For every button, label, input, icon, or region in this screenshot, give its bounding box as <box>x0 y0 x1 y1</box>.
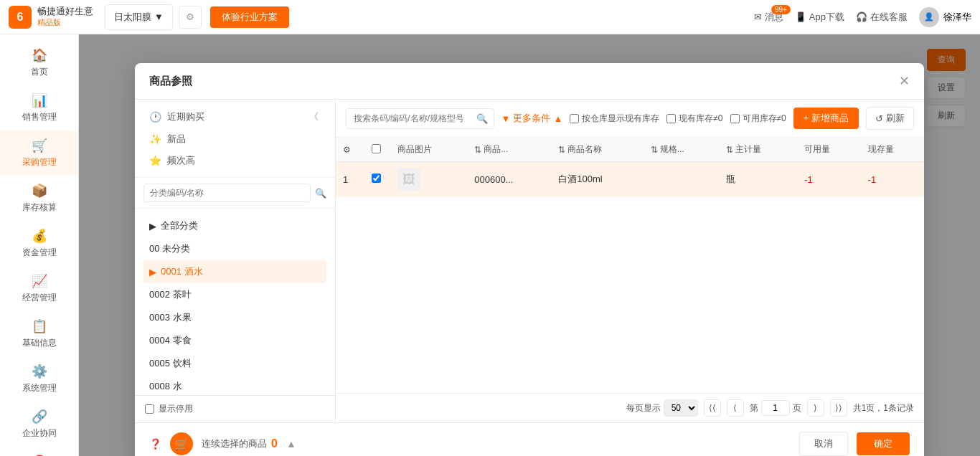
sales-icon: 📊 <box>32 92 47 108</box>
modal-close-button[interactable]: ✕ <box>899 73 910 89</box>
chevron-down-icon: ▼ <box>154 11 164 22</box>
row-spec <box>644 162 720 197</box>
page-total-info: 共1页，1条记录 <box>853 402 914 414</box>
show-disabled-checkbox[interactable] <box>145 404 154 414</box>
logo-text: 畅捷通好生意 <box>37 6 93 17</box>
row-select-checkbox[interactable] <box>372 174 381 183</box>
product-search-icon[interactable]: 🔍 <box>471 109 494 128</box>
refresh-button[interactable]: ↺ 刷新 <box>866 107 914 130</box>
user-info[interactable]: 👤 徐泽华 <box>919 7 971 27</box>
category-all[interactable]: ▶ 全部分类 <box>143 214 326 237</box>
per-page-dropdown[interactable]: 50 <box>664 399 698 417</box>
sidebar-item-home[interactable]: 🏠 首页 <box>0 40 78 85</box>
refresh-icon: ↺ <box>875 113 883 124</box>
category-0001[interactable]: ▶ 0001 酒水 <box>143 260 326 283</box>
online-service-nav[interactable]: 🎧 在线客服 <box>856 11 908 24</box>
modal-header: 商品参照 ✕ <box>135 63 924 100</box>
th-image: 商品图片 <box>390 138 467 162</box>
category-search-icon[interactable]: 🔍 <box>315 188 326 199</box>
content-area: 查询 设置 刷新 商品参照 ✕ <box>79 34 980 456</box>
checkbox-available-nonzero[interactable]: 可用库存≠0 <box>730 113 786 125</box>
message-badge: 99+ <box>771 5 791 14</box>
th-settings[interactable]: ⚙ <box>336 138 364 162</box>
next-page-button[interactable]: ⟩ <box>807 399 824 417</box>
filter-frequent[interactable]: ⭐ 频次高 <box>143 150 326 171</box>
category-0005[interactable]: 0005 饮料 <box>143 352 326 375</box>
checkbox-warehouse[interactable]: 按仓库显示现有库存 <box>570 113 659 125</box>
category-0008[interactable]: 0008 水 <box>143 375 326 395</box>
main-layout: 🏠 首页 📊 销售管理 🛒 采购管理 📦 库存核算 💰 资金管理 📈 经营管理 … <box>0 34 980 456</box>
app-download-nav[interactable]: 📱 App下载 <box>795 11 844 24</box>
sidebar-item-guide[interactable]: 🎯 新手引导 <box>0 447 78 456</box>
modal-title: 商品参照 <box>149 75 192 88</box>
sidebar-item-basics[interactable]: 📋 基础信息 <box>0 311 78 356</box>
category-0003[interactable]: 0003 水果 <box>143 306 326 329</box>
th-code[interactable]: ⇅ 商品... <box>467 138 551 162</box>
th-spec[interactable]: ⇅ 规格... <box>644 138 720 162</box>
messages-nav[interactable]: ✉ 消息 99+ <box>754 11 783 24</box>
settings-icon: ⚙ <box>343 145 351 155</box>
available-nonzero-checkbox[interactable] <box>730 114 740 123</box>
headset-icon: 🎧 <box>856 11 867 22</box>
confirm-button[interactable]: 确定 <box>857 432 910 455</box>
help-icon[interactable]: ❓ <box>149 438 161 450</box>
checkbox-stock-nonzero[interactable]: 现有库存≠0 <box>666 113 722 125</box>
operations-icon: 📈 <box>32 273 47 289</box>
more-filters-button[interactable]: ▼ 更多条件 ▲ <box>501 112 563 125</box>
th-available: 可用量 <box>797 138 860 162</box>
product-search-input[interactable] <box>347 109 471 128</box>
th-name[interactable]: ⇅ 商品名称 <box>551 138 643 162</box>
cancel-button[interactable]: 取消 <box>799 432 848 456</box>
modal-body: 🕐 近期购买 《 ✨ 新品 ⭐ 频次高 <box>135 100 924 422</box>
stock-nonzero-checkbox[interactable] <box>666 114 676 123</box>
filter-new[interactable]: ✨ 新品 <box>143 128 326 150</box>
sidebar-item-collab[interactable]: 🔗 企业协同 <box>0 402 78 447</box>
sidebar: 🏠 首页 📊 销售管理 🛒 采购管理 📦 库存核算 💰 资金管理 📈 经营管理 … <box>0 34 79 456</box>
page-number-input[interactable] <box>761 400 790 416</box>
recent-icon: 🕐 <box>149 111 161 123</box>
message-icon: ✉ <box>754 11 762 22</box>
quick-filters: 🕐 近期购买 《 ✨ 新品 ⭐ 频次高 <box>135 100 335 178</box>
basics-icon: 📋 <box>32 318 47 334</box>
sidebar-item-purchase[interactable]: 🛒 采购管理 <box>0 130 78 176</box>
product-table: ⚙ 商品图片 <box>336 138 924 197</box>
th-stock: 现存量 <box>861 138 924 162</box>
right-panel: 🔍 ▼ 更多条件 ▲ 按仓库显示现有库存 <box>336 100 924 422</box>
sidebar-item-finance[interactable]: 💰 资金管理 <box>0 221 78 266</box>
select-all-checkbox[interactable] <box>372 144 381 153</box>
product-thumbnail: 🖼 <box>397 168 420 191</box>
logo-area: 6 畅捷通好生意 精品版 <box>9 6 93 29</box>
sidebar-item-operations[interactable]: 📈 经营管理 <box>0 266 78 311</box>
row-checkbox[interactable] <box>364 162 390 197</box>
sidebar-item-sales[interactable]: 📊 销售管理 <box>0 85 78 130</box>
cart-icon[interactable]: 🛒 <box>170 432 193 455</box>
category-0002[interactable]: 0002 茶叶 <box>143 283 326 306</box>
frequent-icon: ⭐ <box>149 155 161 166</box>
page-input-wrap: 第 页 <box>750 400 801 416</box>
add-product-button[interactable]: + 新增商品 <box>793 108 859 129</box>
filter-bar: 🔍 ▼ 更多条件 ▲ 按仓库显示现有库存 <box>336 100 924 138</box>
th-checkbox[interactable] <box>364 138 390 162</box>
gear-icon[interactable]: ⚙ <box>179 6 202 29</box>
category-00[interactable]: 00 未分类 <box>143 237 326 260</box>
sort-icon-spec: ⇅ <box>651 145 658 155</box>
first-page-button[interactable]: ⟨⟨ <box>704 399 721 417</box>
th-unit[interactable]: ⇅ 主计量 <box>719 138 797 162</box>
footer-selected-info: 连续选择的商品 0 <box>202 437 278 450</box>
category-search-input[interactable] <box>143 184 311 202</box>
table-row[interactable]: 1 🖼 <box>336 162 924 197</box>
row-image: 🖼 <box>390 162 467 197</box>
prev-page-button[interactable]: ⟨ <box>727 399 744 417</box>
avatar: 👤 <box>919 7 939 27</box>
category-0004[interactable]: 0004 零食 <box>143 329 326 352</box>
sidebar-item-inventory[interactable]: 📦 库存核算 <box>0 176 78 221</box>
app-icon: 📱 <box>795 11 806 22</box>
collapse-left-icon[interactable]: 《 <box>306 110 321 124</box>
last-page-button[interactable]: ⟩⟩ <box>830 399 847 417</box>
warehouse-checkbox[interactable] <box>570 114 579 123</box>
sidebar-item-system[interactable]: ⚙️ 系统管理 <box>0 356 78 402</box>
expand-icon[interactable]: ▲ <box>286 438 296 450</box>
filter-recent[interactable]: 🕐 近期购买 《 <box>143 105 326 128</box>
trial-button[interactable]: 体验行业方案 <box>210 6 289 28</box>
nav-dropdown[interactable]: 日太阳膜 ▼ <box>105 4 173 30</box>
